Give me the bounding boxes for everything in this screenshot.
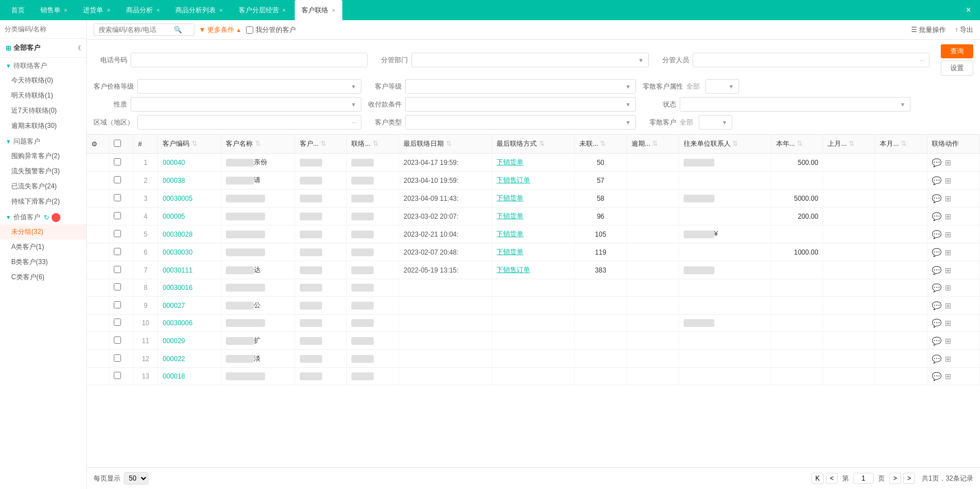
sidebar-item-class-a[interactable]: A类客户(1) — [0, 239, 86, 255]
row-checkbox[interactable] — [109, 172, 133, 190]
col-contact[interactable]: 联络... ⇅ — [347, 135, 399, 154]
row-last-contact-method[interactable]: 下销售订单 — [492, 261, 575, 279]
row-checkbox[interactable] — [109, 207, 133, 225]
row-checkbox[interactable] — [109, 154, 133, 172]
filter-select-nature[interactable]: ▼ — [131, 97, 361, 112]
sidebar-item-week-pending[interactable]: 近7天待联络(0) — [0, 103, 86, 118]
nav-purchase[interactable]: 进货单 × — [76, 0, 117, 20]
row-code[interactable]: 000022 — [158, 350, 221, 368]
batch-operations-btn[interactable]: ☰ 批量操作 — [911, 25, 946, 35]
nav-customer-segment[interactable]: 客户分层经营 × — [232, 0, 292, 20]
prev-page-btn[interactable]: < — [826, 473, 838, 484]
more-icon[interactable]: ⊞ — [945, 230, 951, 239]
row-checkbox[interactable] — [109, 279, 133, 297]
chat-icon[interactable]: 💬 — [932, 372, 941, 381]
sidebar-item-churn-warning[interactable]: 流失预警客户(3) — [0, 164, 86, 179]
sidebar-all-customers[interactable]: ⊞ 全部客户 《 — [0, 39, 86, 58]
nav-product-analysis-list[interactable]: 商品分析列表 × — [169, 0, 229, 20]
row-code[interactable]: 00030030 — [158, 243, 221, 261]
nav-customer-contact[interactable]: 客户联络 × — [295, 0, 342, 20]
last-page-btn[interactable]: > — [903, 473, 915, 484]
phone-input[interactable] — [136, 56, 363, 64]
sidebar-item-class-c[interactable]: C类客户(6) — [0, 270, 86, 285]
row-last-contact-method[interactable] — [492, 315, 575, 332]
filter-select-manager[interactable]: ··· — [693, 53, 930, 67]
chat-icon[interactable]: 💬 — [932, 266, 941, 275]
chat-icon[interactable]: 💬 — [932, 158, 941, 167]
main-search-icon[interactable]: 🔍 — [174, 26, 182, 34]
row-select-checkbox[interactable] — [114, 283, 121, 290]
chat-icon[interactable]: 💬 — [932, 336, 941, 345]
close-sales-tab[interactable]: × — [64, 7, 67, 13]
refresh-icon[interactable]: ↻ — [44, 214, 49, 222]
my-customers-checkbox[interactable] — [246, 26, 253, 34]
col-this-month[interactable]: 本月... ⇅ — [875, 135, 927, 154]
row-code[interactable]: 00030028 — [158, 225, 221, 243]
col-customer-code[interactable]: 客户编码 ⇅ — [158, 135, 221, 154]
chat-icon[interactable]: 💬 — [932, 283, 941, 292]
col-customer-name[interactable]: 客户名称 ⇅ — [221, 135, 295, 154]
row-checkbox[interactable] — [109, 261, 133, 279]
row-code[interactable]: 000027 — [158, 297, 221, 315]
filter-select-retail-customer[interactable]: ▼ — [699, 115, 732, 130]
row-last-contact-method[interactable] — [492, 332, 575, 350]
col-settings[interactable]: ⚙ — [87, 135, 109, 154]
more-icon[interactable]: ⊞ — [945, 158, 951, 167]
more-icon[interactable]: ⊞ — [945, 194, 951, 203]
row-last-contact-method[interactable] — [492, 368, 575, 385]
sidebar-item-hoarding-abnormal[interactable]: 囤购异常客户(2) — [0, 149, 86, 164]
row-checkbox[interactable] — [109, 368, 133, 385]
sidebar-item-overdue-pending[interactable]: 逾期未联络(30) — [0, 118, 86, 133]
select-all-checkbox[interactable] — [114, 140, 121, 147]
chat-icon[interactable]: 💬 — [932, 248, 941, 257]
filter-select-dept[interactable]: ▼ — [411, 53, 648, 67]
nav-product-analysis[interactable]: 商品分析 × — [119, 0, 166, 20]
chat-icon[interactable]: 💬 — [932, 354, 941, 363]
sidebar-item-class-b[interactable]: B类客户(33) — [0, 255, 86, 270]
row-select-checkbox[interactable] — [114, 212, 121, 219]
row-last-contact-method[interactable] — [492, 279, 575, 297]
sidebar-item-churned[interactable]: 已流失客户(24) — [0, 179, 86, 194]
row-last-contact-method[interactable]: 下销货单 — [492, 154, 575, 172]
row-code[interactable]: 00030016 — [158, 279, 221, 297]
row-select-checkbox[interactable] — [114, 158, 121, 165]
my-customers-filter[interactable]: 我分管的客户 — [246, 25, 296, 35]
page-number-input[interactable] — [853, 473, 874, 484]
more-icon[interactable]: ⊞ — [945, 212, 951, 221]
more-icon[interactable]: ⊞ — [945, 283, 951, 292]
query-button[interactable]: 查询 — [941, 44, 973, 58]
row-select-checkbox[interactable] — [114, 230, 121, 237]
row-checkbox[interactable] — [109, 190, 133, 207]
row-code[interactable]: 00030005 — [158, 190, 221, 207]
filter-select-customer-type[interactable]: ▼ — [405, 115, 636, 130]
chat-icon[interactable]: 💬 — [932, 301, 941, 310]
more-icon[interactable]: ⊞ — [945, 266, 951, 275]
chat-icon[interactable]: 💬 — [932, 212, 941, 221]
filter-select-region[interactable]: ··· — [137, 115, 361, 130]
sidebar-group-problem[interactable]: ▼ 问题客户 — [0, 133, 86, 149]
col-customer-type[interactable]: 客户... ⇅ — [295, 135, 347, 154]
row-code[interactable]: 000038 — [158, 172, 221, 190]
col-no-contact[interactable]: 未联... ⇅ — [574, 135, 626, 154]
row-last-contact-method[interactable] — [492, 297, 575, 315]
window-close[interactable]: × — [962, 5, 976, 15]
sidebar-item-declining[interactable]: 持续下滑客户(2) — [0, 194, 86, 209]
row-checkbox[interactable] — [109, 350, 133, 368]
row-code[interactable]: 00030006 — [158, 315, 221, 332]
sidebar-search-input[interactable] — [4, 25, 87, 33]
sidebar-group-value[interactable]: ▼ 价值客户 ↻ — [0, 209, 86, 224]
filter-select-payment[interactable]: ▼ — [405, 97, 636, 112]
more-icon[interactable]: ⊞ — [945, 248, 951, 257]
col-overdue[interactable]: 逾期... ⇅ — [626, 135, 679, 154]
close-product-analysis-tab[interactable]: × — [156, 7, 160, 13]
page-size-select[interactable]: 50 — [124, 472, 148, 485]
main-search-input[interactable] — [99, 26, 171, 34]
more-icon[interactable]: ⊞ — [945, 354, 951, 363]
reset-button[interactable]: 设置 — [941, 61, 973, 76]
row-code[interactable]: 000018 — [158, 368, 221, 385]
row-select-checkbox[interactable] — [114, 266, 121, 273]
export-btn[interactable]: ↑ 导出 — [955, 25, 973, 35]
close-customer-segment-tab[interactable]: × — [282, 7, 286, 13]
row-last-contact-method[interactable]: 下销货单 — [492, 190, 575, 207]
row-code[interactable]: 00030111 — [158, 261, 221, 279]
